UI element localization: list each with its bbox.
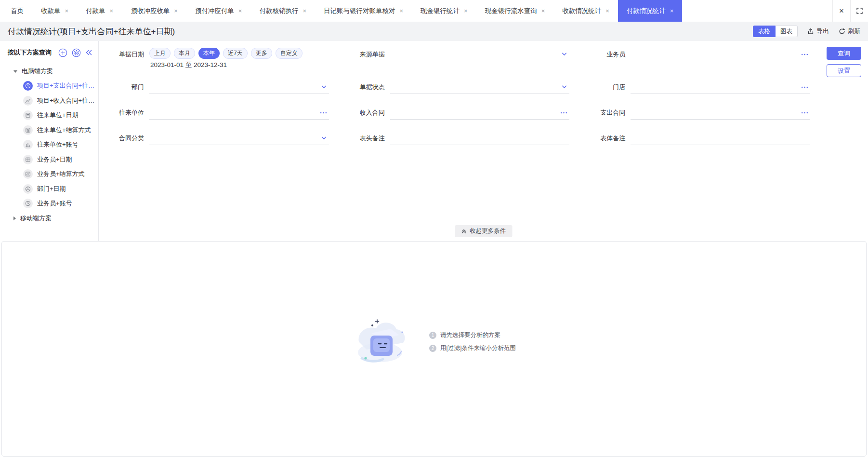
view-toggle-table-button[interactable]: 表格 (753, 26, 776, 37)
filter-field-input[interactable] (631, 81, 810, 94)
tab[interactable]: 日记账与银行对账单核对 × (315, 0, 412, 22)
scheme-item[interactable]: 业务员+日期 (0, 152, 98, 167)
tab[interactable]: 现金银行流水查询 × (476, 0, 554, 22)
scheme-item-label: 往来单位+账号 (37, 140, 79, 149)
bar-chart-icon (23, 140, 33, 149)
tab[interactable]: 预付冲应付单 × (186, 0, 251, 22)
tab[interactable]: 首页 (2, 0, 32, 22)
tab[interactable]: 现金银行统计 × (412, 0, 476, 22)
filter-field-label: 单据状态 (349, 81, 385, 92)
settings-button[interactable]: 设置 (827, 64, 861, 77)
table-icon (23, 155, 33, 164)
ellipsis-icon[interactable] (801, 86, 808, 89)
filter-field: 门店 (590, 81, 810, 95)
refresh-button[interactable]: 刷新 (839, 27, 860, 36)
tab[interactable]: 付款情况统计 × (618, 0, 683, 22)
tab-strip: 首页 收款单 × 付款单 × 预收冲应收单 × 预付冲应付单 × 付款核销执行 … (0, 0, 832, 22)
scheme-item[interactable]: 部门+日期 (0, 182, 98, 197)
scheme-item-label: 往来单位+日期 (37, 111, 79, 120)
filter-field-input[interactable] (390, 106, 570, 120)
query-button[interactable]: 查询 (827, 47, 861, 60)
tab-close-icon[interactable]: × (541, 8, 545, 14)
filter-field-label: 合同分类 (108, 132, 144, 143)
tab-close-icon[interactable]: × (464, 8, 468, 14)
receipt-icon (23, 110, 33, 120)
close-icon: × (839, 6, 844, 16)
ellipsis-icon[interactable] (560, 111, 567, 114)
close-all-tabs-button[interactable]: × (832, 0, 850, 22)
gear-icon[interactable] (72, 48, 81, 57)
tab-close-icon[interactable]: × (302, 8, 306, 14)
filter-field: 表头备注 (349, 132, 570, 146)
scheme-item[interactable]: 业务员+账号 (0, 196, 98, 211)
export-button[interactable]: 导出 (807, 27, 829, 36)
scheme-item[interactable]: 业务员+结算方式 (0, 167, 98, 182)
tab-close-icon[interactable]: × (238, 8, 242, 14)
fullscreen-icon (856, 8, 863, 14)
date-pill[interactable]: 本年 (198, 48, 220, 59)
tab-close-icon[interactable]: × (110, 8, 114, 14)
date-pill[interactable]: 更多 (251, 48, 272, 59)
filter-field-input[interactable] (149, 81, 329, 94)
filter-field-label: 门店 (590, 81, 625, 92)
page-title: 付款情况统计(项目+支出合同+往来单位+日期) (8, 26, 175, 37)
filter-field-input[interactable] (149, 106, 329, 120)
chevron-down-icon[interactable] (321, 135, 327, 141)
filter-field-input[interactable] (631, 132, 810, 145)
tree-group-row[interactable]: 移动端方案 (0, 211, 98, 226)
scheme-item[interactable]: 往来单位+日期 (0, 108, 98, 123)
filter-field: 单据状态 (349, 81, 570, 95)
scheme-item[interactable]: 往来单位+账号 (0, 137, 98, 152)
scheme-item[interactable]: 项目+支出合同+往来... (0, 79, 98, 94)
export-icon (807, 28, 814, 35)
filter-field-label: 支出合同 (590, 106, 625, 117)
filter-field-input[interactable] (390, 48, 570, 61)
scheme-item[interactable]: 项目+收入合同+往来... (0, 94, 98, 108)
scheme-item[interactable]: 往来单位+结算方式 (0, 123, 98, 138)
chevron-down-icon[interactable] (561, 84, 567, 90)
app-window: 首页 收款单 × 付款单 × 预收冲应收单 × 预付冲应付单 × 付款核销执行 … (0, 0, 868, 458)
ellipsis-icon[interactable] (801, 53, 808, 56)
filter-field-label: 业务员 (590, 48, 625, 59)
filter-field-input[interactable] (390, 81, 570, 94)
tab-close-icon[interactable]: × (399, 8, 403, 14)
date-pill[interactable]: 本月 (174, 48, 195, 59)
view-toggle-chart-button[interactable]: 图表 (776, 26, 798, 37)
ellipsis-icon[interactable] (320, 111, 327, 114)
clock-icon (23, 81, 33, 91)
filter-field-label: 单据日期 (108, 48, 144, 59)
collapse-sidebar-icon[interactable] (85, 49, 92, 56)
filter-field-input[interactable] (631, 106, 810, 120)
date-pill[interactable]: 上月 (149, 48, 171, 59)
tab-close-icon[interactable]: × (605, 8, 609, 14)
collapse-filters-label: 收起更多条件 (470, 227, 506, 235)
date-range-value[interactable]: 2023-01-01 至 2023-12-31 (149, 61, 302, 69)
add-scheme-button[interactable] (58, 48, 67, 57)
chevron-down-icon[interactable] (321, 84, 327, 90)
tab[interactable]: 付款单 × (77, 0, 122, 22)
tab[interactable]: 收款单 × (32, 0, 77, 22)
tab-close-icon[interactable]: × (65, 8, 69, 14)
tab[interactable]: 预收冲应收单 × (122, 0, 186, 22)
fullscreen-button[interactable] (850, 0, 868, 22)
date-pill[interactable]: 自定义 (276, 48, 302, 59)
tab[interactable]: 收款情况统计 × (553, 0, 618, 22)
tab-close-icon[interactable]: × (670, 8, 674, 14)
scheme-item-label: 往来单位+结算方式 (37, 126, 91, 135)
tab-close-icon[interactable]: × (174, 8, 178, 14)
chevron-down-icon[interactable] (561, 51, 567, 57)
date-pill[interactable]: 近7天 (223, 48, 248, 59)
ellipsis-icon[interactable] (801, 111, 808, 114)
collapse-filters-button[interactable]: 收起更多条件 (455, 225, 512, 237)
filter-field-input[interactable] (390, 132, 570, 145)
filter-field-input[interactable] (631, 48, 810, 61)
tab[interactable]: 付款核销执行 × (250, 0, 315, 22)
caret-icon (13, 216, 16, 220)
result-panel: 1 请先选择要分析的方案 2 用[过滤]条件来缩小分析范围 (1, 241, 867, 457)
tab-controls: × (832, 0, 868, 22)
refresh-label: 刷新 (848, 27, 860, 36)
filter-field-input[interactable] (149, 132, 329, 145)
filter-field: 合同分类 (108, 132, 329, 146)
hint-number-badge: 1 (429, 332, 436, 339)
tree-group-row[interactable]: 电脑端方案 (0, 64, 98, 79)
